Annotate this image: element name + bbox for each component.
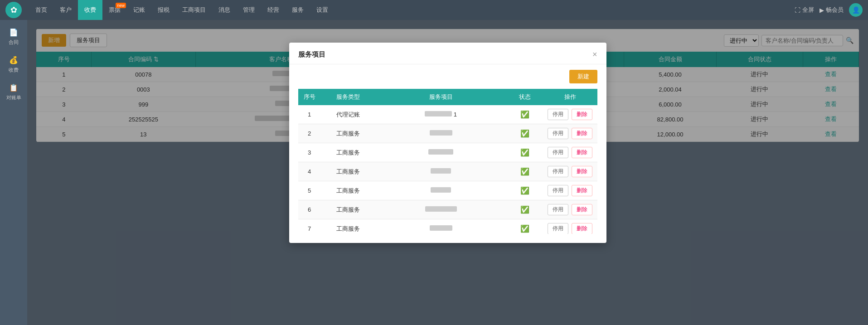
nav-operation[interactable]: 经营 — [261, 0, 286, 20]
fullscreen-button[interactable]: ⛶ 全屏 — [795, 6, 814, 14]
avatar[interactable]: 👤 — [849, 3, 863, 17]
modal-table-row: 5 工商服务 ✅ 停用 删除 — [298, 181, 597, 200]
modal-title: 服务项目 — [298, 50, 325, 59]
stop-button[interactable]: 停用 — [548, 185, 568, 196]
nav-tax[interactable]: 报税 — [151, 0, 176, 20]
status-active-icon: ✅ — [520, 130, 529, 137]
sidebar-item-statement[interactable]: 📋 对账单 — [2, 79, 25, 105]
stop-button[interactable]: 停用 — [548, 128, 568, 139]
stop-button[interactable]: 停用 — [548, 147, 568, 158]
modal-header: 服务项目 × — [289, 43, 606, 64]
delete-button[interactable]: 删除 — [572, 109, 592, 120]
new-badge: new — [116, 3, 126, 8]
modal-table-row: 1 代理记账 XX 1 ✅ 停用 删除 — [298, 105, 597, 124]
modal-table-row: 4 工商服务 ✅ 停用 删除 — [298, 162, 597, 181]
status-active-icon: ✅ — [520, 149, 529, 156]
modal-col-action: 操作 — [543, 89, 597, 105]
main-layout: 📄 合同 💰 收费 📋 对账单 新增 服务项目 进行中 已结束 全部 — [0, 20, 868, 325]
modal-col-item: 服务项目 — [375, 89, 507, 105]
modal-col-status: 状态 — [507, 89, 543, 105]
nav-settings[interactable]: 设置 — [310, 0, 335, 20]
delete-button[interactable]: 删除 — [572, 204, 592, 215]
nav-messages[interactable]: 消息 — [212, 0, 237, 20]
sidebar: 📄 合同 💰 收费 📋 对账单 — [0, 20, 27, 325]
delete-button[interactable]: 删除 — [572, 166, 592, 177]
stop-button[interactable]: 停用 — [548, 166, 568, 177]
delete-button[interactable]: 删除 — [572, 128, 592, 139]
nav-service[interactable]: 服务 — [286, 0, 310, 20]
status-active-icon: ✅ — [520, 187, 529, 194]
modal-table-row: 6 工商服务 ✅ 停用 删除 — [298, 200, 597, 219]
nav-manage[interactable]: 管理 — [237, 0, 261, 20]
service-items-modal: 服务项目 × 新建 序号 服务类型 服务项目 状态 操作 — [289, 43, 606, 243]
stop-button[interactable]: 停用 — [548, 109, 568, 120]
modal-toolbar: 新建 — [289, 64, 606, 89]
stop-button[interactable]: 停用 — [548, 204, 568, 215]
sidebar-item-contract[interactable]: 📄 合同 — [2, 24, 25, 49]
modal-col-type: 服务类型 — [321, 89, 375, 105]
status-active-icon: ✅ — [520, 168, 529, 175]
modal-table-row: 7 工商服务 ✅ 停用 删除 — [298, 219, 597, 234]
modal-col-seq: 序号 — [298, 89, 321, 105]
charge-icon: 💰 — [9, 55, 19, 65]
content-area: 新增 服务项目 进行中 已结束 全部 🔍 序号 合同编码 ⇅ — [27, 20, 868, 325]
modal-close-button[interactable]: × — [592, 50, 597, 59]
nav-commerce[interactable]: 工商项目 — [176, 0, 212, 20]
statement-icon: 📋 — [9, 82, 19, 92]
member-button[interactable]: ▶ 畅会员 — [820, 6, 844, 14]
sidebar-item-charge[interactable]: 💰 收费 — [2, 51, 25, 77]
top-nav: ✿ 首页 客户 收费 票据 new 记账 报税 工商项目 消息 管理 经营 服务… — [0, 0, 868, 20]
delete-button[interactable]: 删除 — [572, 223, 592, 234]
status-active-icon: ✅ — [520, 225, 529, 233]
modal-table-row: 2 工商服务 ✅ 停用 删除 — [298, 124, 597, 143]
nav-bookkeeping[interactable]: 记账 — [127, 0, 151, 20]
nav-home[interactable]: 首页 — [29, 0, 53, 20]
status-active-icon: ✅ — [520, 206, 529, 213]
nav-right: ⛶ 全屏 ▶ 畅会员 👤 — [795, 3, 863, 17]
delete-button[interactable]: 删除 — [572, 185, 592, 196]
stop-button[interactable]: 停用 — [548, 223, 568, 234]
delete-button[interactable]: 删除 — [572, 147, 592, 158]
modal-table: 序号 服务类型 服务项目 状态 操作 1 代理记账 XX 1 ✅ — [298, 89, 597, 234]
nav-customer[interactable]: 客户 — [53, 0, 78, 20]
status-active-icon: ✅ — [520, 111, 529, 118]
nav-charge[interactable]: 收费 — [78, 0, 102, 20]
modal-table-row: 3 工商服务 ✅ 停用 删除 — [298, 143, 597, 162]
modal-new-button[interactable]: 新建 — [569, 70, 597, 83]
nav-ticket[interactable]: 票据 new — [102, 0, 127, 20]
modal-table-wrap: 序号 服务类型 服务项目 状态 操作 1 代理记账 XX 1 ✅ — [289, 89, 606, 234]
logo: ✿ — [5, 2, 22, 18]
contract-icon: 📄 — [9, 27, 19, 37]
